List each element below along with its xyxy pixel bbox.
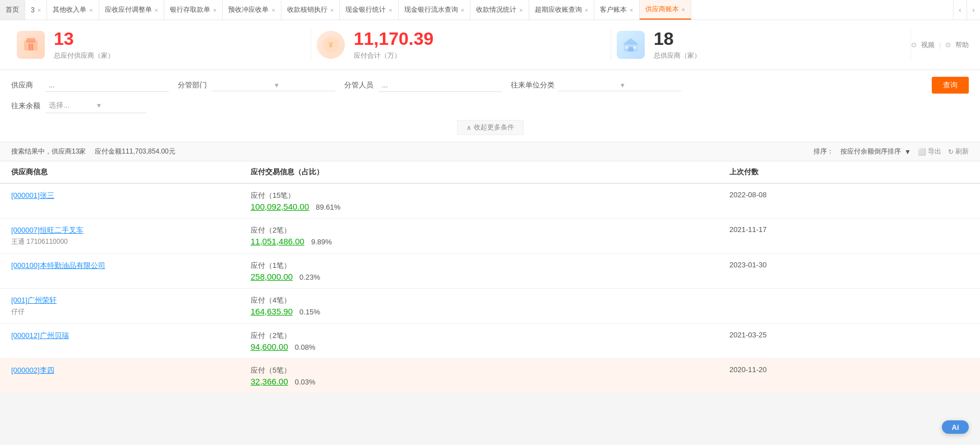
pay-percent-3: 0.15% xyxy=(299,308,320,316)
supplier-link-0[interactable]: [000001]张三 xyxy=(11,191,54,200)
pay-amount-4[interactable]: 94,600.00 xyxy=(251,342,288,351)
pay-info-cell-5: 应付（5笔）32,366.000.03% xyxy=(251,365,729,386)
table-body: [000001]张三应付（15笔）100,092,540.0089.61%202… xyxy=(0,184,980,393)
pay-row-2: 258,000.000.23% xyxy=(251,272,729,281)
pay-label-0: 应付（15笔） xyxy=(251,191,729,201)
nav-tab-customer-book[interactable]: 客户账本× xyxy=(594,0,639,20)
nav-tab-overdue-query[interactable]: 超期应收账查询× xyxy=(529,0,594,20)
svg-rect-10 xyxy=(633,46,636,49)
nav-tab-close-ar-ap-adjust[interactable]: × xyxy=(155,7,158,13)
supplier-link-3[interactable]: [001]广州荣轩 xyxy=(11,296,57,304)
total-payable-info: 11,170.39 应付合计（万） xyxy=(354,29,433,61)
video-link[interactable]: 视频 xyxy=(921,40,935,50)
dept-select[interactable]: ▼ xyxy=(212,80,335,91)
pay-row-0: 100,092,540.0089.61% xyxy=(251,202,729,211)
pay-info-cell-2: 应付（1笔）258,000.000.23% xyxy=(251,261,729,281)
nav-tab-ar-ap-adjust[interactable]: 应收应付调整单× xyxy=(99,0,164,20)
nav-tab-close-other-income[interactable]: × xyxy=(89,7,93,13)
pay-row-4: 94,600.000.08% xyxy=(251,342,729,351)
result-supplier-count: 搜索结果中，供应商13家 xyxy=(11,147,86,156)
balance-dropdown-arrow: ▼ xyxy=(96,102,143,109)
pay-amount-0[interactable]: 100,092,540.00 xyxy=(251,202,309,211)
nav-tab-collection-stat[interactable]: 收款情况统计× xyxy=(470,0,529,20)
supplier-link-1[interactable]: [000007]恒旺二手叉车 xyxy=(11,226,84,234)
last-pay-cell-0: 2022-08-08 xyxy=(729,191,969,199)
supplier-link-5[interactable]: [000002]李四 xyxy=(11,366,54,374)
supplier-input[interactable] xyxy=(45,78,169,92)
result-info: 搜索结果中，供应商13家 应付金额111,703,854.00元 xyxy=(11,147,175,156)
pay-percent-0: 89.61% xyxy=(316,203,340,211)
nav-prev-arrow[interactable]: ‹ xyxy=(953,0,967,20)
supplier-icon xyxy=(17,31,45,59)
pay-amount-2[interactable]: 258,000.00 xyxy=(251,272,293,281)
table-row: [000002]李四应付（5笔）32,366.000.03%2020-11-20 xyxy=(0,359,980,393)
supplier-info-cell-2: [000100]本特勤油品有限公司 xyxy=(11,261,251,271)
money-icon: ¥ xyxy=(317,31,345,59)
col-header-supplier: 供应商信息 xyxy=(11,167,251,177)
pay-info-cell-1: 应付（2笔）11,051,486.009.89% xyxy=(251,225,729,246)
nav-tab-collection-verify[interactable]: 收款核销执行× xyxy=(281,0,340,20)
pay-amount-3[interactable]: 164,635.90 xyxy=(251,307,293,316)
svg-rect-9 xyxy=(625,46,628,49)
export-icon: ⬜ xyxy=(918,148,926,156)
filter-bar: 供应商 分管部门 ▼ 分管人员 往来单位分类 ▼ 查询 往来余额 选择 xyxy=(0,70,980,142)
summary-bar: 13 总应付供应商（家） ¥ 11,170.39 应付合计（万） xyxy=(0,20,980,70)
col-header-pay-info: 应付交易信息（占比） xyxy=(251,167,729,177)
total-suppliers-info: 18 总供应商（家） xyxy=(654,29,701,61)
export-button[interactable]: ⬜ 导出 xyxy=(918,147,941,156)
nav-tab-close-collection-stat[interactable]: × xyxy=(519,7,523,13)
filter-row-2: 往来余额 选择... ▼ xyxy=(11,98,969,113)
total-suppliers-label: 总供应商（家） xyxy=(654,51,701,61)
person-filter: 分管人员 xyxy=(344,78,502,92)
total-suppliers-count: 18 xyxy=(654,29,701,49)
pay-percent-4: 0.08% xyxy=(295,343,316,351)
category-select[interactable]: ▼ xyxy=(558,80,681,91)
total-payable-label: 应付合计（万） xyxy=(354,51,433,61)
table-row: [001]广州荣轩仔仔应付（4笔）164,635.900.15% xyxy=(0,289,980,324)
supplier-sub-3: 仔仔 xyxy=(11,307,251,317)
nav-tab-close-tab3[interactable]: × xyxy=(38,7,41,13)
nav-tab-close-bank-deposit[interactable]: × xyxy=(213,7,216,13)
nav-tab-supplier-book[interactable]: 供应商账本× xyxy=(640,0,691,20)
nav-tab-close-cash-bank-stat[interactable]: × xyxy=(389,7,392,13)
nav-tab-advance-charge[interactable]: 预收冲应收单× xyxy=(223,0,281,20)
balance-select[interactable]: 选择... ▼ xyxy=(45,98,146,113)
nav-tab-close-customer-book[interactable]: × xyxy=(630,7,633,13)
nav-tab-close-cash-bank-flow[interactable]: × xyxy=(461,7,464,13)
table-row: [000001]张三应付（15笔）100,092,540.0089.61%202… xyxy=(0,184,980,219)
search-button[interactable]: 查询 xyxy=(932,77,969,94)
nav-tab-cash-bank-flow[interactable]: 现金银行流水查询× xyxy=(399,0,470,20)
col-header-last-pay: 上次付数 xyxy=(729,167,969,177)
pay-amount-5[interactable]: 32,366.00 xyxy=(251,377,288,386)
person-input[interactable] xyxy=(378,78,502,92)
nav-tab-tab3[interactable]: 3× xyxy=(25,0,47,20)
summary-card-total-suppliers: 18 总供应商（家） xyxy=(611,29,911,61)
nav-next-arrow[interactable]: › xyxy=(967,0,980,20)
nav-tab-close-overdue-query[interactable]: × xyxy=(585,7,588,13)
nav-tab-close-collection-verify[interactable]: × xyxy=(330,7,334,13)
supplier-link-2[interactable]: [000100]本特勤油品有限公司 xyxy=(11,261,105,270)
nav-tab-other-income[interactable]: 其他收入单× xyxy=(47,0,99,20)
balance-filter-label: 往来余额 xyxy=(11,101,42,111)
collapse-filter-button[interactable]: ∧ 收起更多条件 xyxy=(457,120,524,135)
filter-row-1: 供应商 分管部门 ▼ 分管人员 往来单位分类 ▼ 查询 xyxy=(11,77,969,94)
refresh-button[interactable]: ↻ 刷新 xyxy=(948,147,969,156)
svg-rect-8 xyxy=(628,47,634,52)
pay-label-1: 应付（2笔） xyxy=(251,225,729,235)
dept-filter-label: 分管部门 xyxy=(178,80,209,90)
top-right-links: ⊙ 视频 | ⊙ 帮助 xyxy=(911,40,969,50)
pay-row-1: 11,051,486.009.89% xyxy=(251,237,729,246)
last-pay-cell-5: 2020-11-20 xyxy=(729,365,969,374)
nav-tab-home[interactable]: 首页 xyxy=(0,0,25,20)
dept-dropdown-arrow: ▼ xyxy=(274,82,332,89)
nav-tab-cash-bank-stat[interactable]: 现金银行统计× xyxy=(340,0,398,20)
nav-tab-bank-deposit[interactable]: 银行存取款单× xyxy=(164,0,223,20)
help-link[interactable]: 帮助 xyxy=(955,40,969,50)
supplier-link-4[interactable]: [000012]广州贝瑞 xyxy=(11,331,69,340)
sort-select[interactable]: 按应付余额倒序排序 ▼ xyxy=(840,147,911,156)
nav-tab-close-advance-charge[interactable]: × xyxy=(271,7,275,13)
pay-label-4: 应付（2笔） xyxy=(251,331,729,341)
sort-select-value: 按应付余额倒序排序 xyxy=(840,147,901,156)
nav-tab-close-supplier-book[interactable]: × xyxy=(682,6,685,13)
pay-amount-1[interactable]: 11,051,486.00 xyxy=(251,237,304,246)
